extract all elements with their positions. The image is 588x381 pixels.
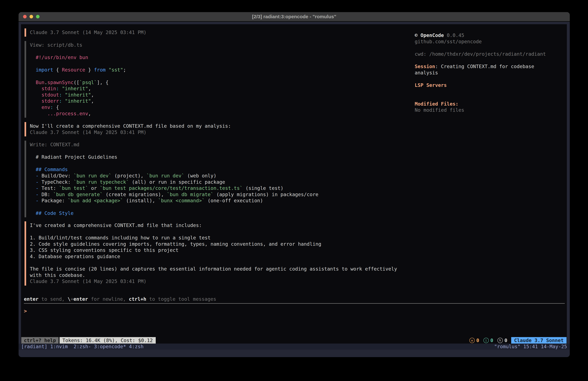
sidebar-line: Modified Files: bbox=[415, 101, 565, 107]
chat-line: ## Commands bbox=[30, 166, 318, 173]
warn-count: w0 bbox=[469, 337, 479, 343]
chat-line bbox=[30, 260, 397, 266]
sidebar-line: github.com/sst/opencode bbox=[415, 39, 565, 45]
sidebar-line bbox=[415, 57, 565, 64]
chat-line: - DB: `bun db generate` (create migratio… bbox=[30, 191, 318, 198]
info-count-value: 0 bbox=[490, 337, 493, 343]
info-count: i0 bbox=[483, 337, 493, 343]
chat-line: Now I'll create a comprehensive CONTEXT.… bbox=[30, 123, 231, 129]
hint-count-value: 0 bbox=[504, 337, 507, 343]
chat-line: - Package: `bun add <package>` (install)… bbox=[30, 198, 318, 204]
prompt-input[interactable]: > bbox=[24, 308, 563, 317]
diagnostics-counters: w0i0h0 bbox=[469, 337, 507, 344]
tmux-session-info: "romulus" 15:41 14-May-25 bbox=[494, 344, 567, 350]
chat-line: # Radiant Project Guidelines bbox=[30, 154, 318, 160]
chat-line: with this codebase. bbox=[30, 272, 397, 278]
chat-line: #!/usr/bin/env bun bbox=[30, 54, 126, 61]
sidebar-line: Session: Creating CONTEXT.md for codebas… bbox=[415, 64, 565, 70]
input-divider bbox=[24, 303, 565, 304]
chat-line: Bun.spawnSync([`psql`], { bbox=[30, 79, 126, 86]
model-chip: Claude 3.7 Sonnet bbox=[511, 337, 567, 344]
chat-line: 4. Database operations guidance bbox=[30, 253, 397, 260]
chat-line: env: { bbox=[30, 104, 126, 111]
sidebar-line: analysis bbox=[415, 70, 565, 76]
warn-count-value: 0 bbox=[476, 337, 479, 343]
status-bar: ctrl+? help Tokens: 16.4K (8%), Cost: $0… bbox=[21, 337, 567, 344]
chat-line: Claude 3.7 Sonnet (14 May 2025 03:41 PM) bbox=[30, 278, 397, 285]
chat-line bbox=[30, 148, 318, 154]
chat-line bbox=[30, 204, 318, 210]
tool-call-block: View: script/db.ts #!/usr/bin/env bun im… bbox=[24, 41, 126, 118]
sidebar-line: © OpenCode 0.0.45 bbox=[415, 32, 565, 39]
sidebar-line bbox=[415, 95, 565, 101]
hint-icon: h bbox=[498, 338, 503, 343]
chat-line: stderr: "inherit", bbox=[30, 98, 126, 104]
chat-line: Write: CONTEXT.md bbox=[30, 142, 318, 148]
chat-line: 2. Code style guidelines covering import… bbox=[30, 241, 397, 247]
chat-line: I've created a comprehensive CONTEXT.md … bbox=[30, 222, 397, 229]
message-block: Claude 3.7 Sonnet (14 May 2025 03:41 PM) bbox=[24, 28, 146, 37]
chat-line bbox=[30, 160, 318, 167]
chat-line: The file is concise (20 lines) and captu… bbox=[30, 266, 397, 272]
warn-icon: w bbox=[469, 338, 475, 343]
chat-line bbox=[30, 61, 126, 67]
sidebar-line: LSP Servers bbox=[415, 82, 565, 89]
chat-line: 3. CSS styling conventions specific to t… bbox=[30, 247, 397, 253]
message-block: Now I'll create a comprehensive CONTEXT.… bbox=[24, 122, 231, 136]
message-block: I've created a comprehensive CONTEXT.md … bbox=[24, 221, 397, 286]
sidebar-line: No modified files bbox=[415, 107, 565, 113]
chat-line: 1. Build/lint/test commands including ho… bbox=[30, 235, 397, 241]
sidebar-line bbox=[415, 76, 565, 82]
chat-line: - TypeCheck: `bun run typecheck` (all) o… bbox=[30, 179, 318, 185]
hint-line: enter to send, \+enter for newline, ctrl… bbox=[24, 296, 216, 302]
sidebar-line bbox=[415, 88, 565, 95]
terminal-content: Claude 3.7 Sonnet (14 May 2025 03:41 PM)… bbox=[21, 24, 567, 344]
info-icon: i bbox=[483, 338, 489, 343]
chat-line: Claude 3.7 Sonnet (14 May 2025 03:41 PM) bbox=[30, 129, 231, 135]
session-sidebar: © OpenCode 0.0.45github.com/sst/opencode… bbox=[415, 32, 565, 113]
sidebar-line bbox=[415, 45, 565, 51]
desktop-background: [2/3] radiant:3:opencode - "romulus" Cla… bbox=[0, 0, 588, 381]
tmux-status-bar: [radiant] 1:nvim 2:zsh- 3:opencode* 4:zs… bbox=[19, 344, 570, 350]
chat-line: View: script/db.ts bbox=[30, 42, 126, 48]
chat-line: - Test: `bun test` or `bun test packages… bbox=[30, 185, 318, 191]
window-title: [2/3] radiant:3:opencode - "romulus" bbox=[19, 12, 570, 21]
hint-count: h0 bbox=[498, 337, 507, 343]
chat-line: import { Resource } from "sst"; bbox=[30, 67, 126, 73]
keybinding-hint: enter to send, \+enter for newline, ctrl… bbox=[24, 296, 216, 302]
chat-line bbox=[30, 229, 397, 235]
chat-line: ...process.env, bbox=[30, 111, 126, 117]
terminal-window: [2/3] radiant:3:opencode - "romulus" Cla… bbox=[19, 12, 570, 357]
help-chip: ctrl+? help bbox=[21, 337, 59, 344]
tmux-window-list: [radiant] 1:nvim 2:zsh- 3:opencode* 4:zs… bbox=[21, 344, 144, 350]
sidebar-line: cwd: /home/thdxr/dev/projects/radiant/ra… bbox=[415, 51, 565, 57]
prompt-icon: > bbox=[24, 308, 27, 314]
chat-line: Claude 3.7 Sonnet (14 May 2025 03:41 PM) bbox=[30, 29, 146, 36]
tool-call-block: Write: CONTEXT.md # Radiant Project Guid… bbox=[24, 141, 318, 217]
tokens-cost-chip: Tokens: 16.4K (8%), Cost: $0.12 bbox=[60, 337, 156, 344]
window-titlebar: [2/3] radiant:3:opencode - "romulus" bbox=[19, 12, 570, 22]
chat-line: stdin: "inherit", bbox=[30, 86, 126, 92]
chat-line: stdout: "inherit", bbox=[30, 92, 126, 98]
chat-line bbox=[30, 73, 126, 79]
chat-line: - Build/Dev: `bun run dev` (project), `b… bbox=[30, 173, 318, 179]
chat-line bbox=[30, 48, 126, 55]
chat-line: ## Code Style bbox=[30, 210, 318, 217]
